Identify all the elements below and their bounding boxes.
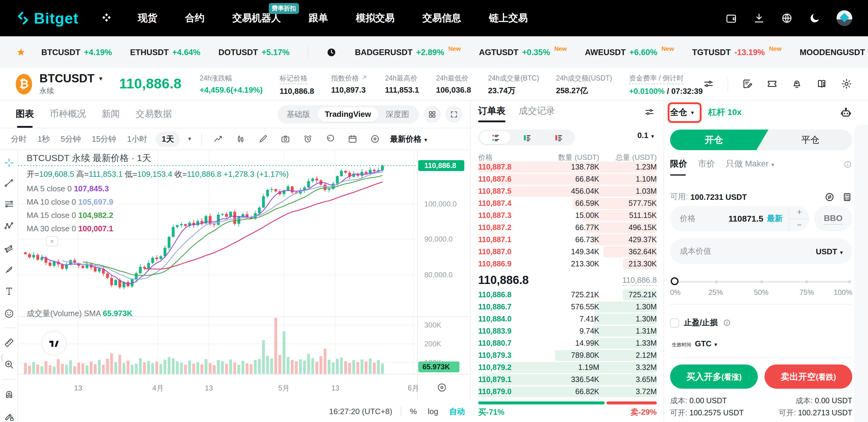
collapse-left-icon[interactable]: ⟨ [1, 354, 3, 361]
mark-price[interactable]: 110,886.8 [622, 275, 657, 285]
ask-row[interactable]: 110,887.5456.04K1.03M [478, 185, 657, 198]
slider-knob[interactable] [671, 277, 679, 285]
ticker-item[interactable]: AWEUSDT+6.60%New [585, 48, 674, 57]
bid-row[interactable]: 110,886.7576.55K1.30M [478, 301, 657, 313]
bid-row[interactable]: 110,886.8725.21K725.21K [478, 289, 657, 301]
crosshair-icon[interactable] [4, 157, 14, 168]
leverage-selector[interactable]: 杠杆 10x [708, 107, 742, 118]
ticker-item[interactable]: AGTUSDT+0.35%New [479, 48, 567, 57]
apps-diamond-icon[interactable] [100, 12, 113, 24]
price-type-selector[interactable]: 最新价格▼ [390, 133, 428, 144]
chart-tab-0[interactable]: 图表 [16, 109, 34, 120]
price-value[interactable]: 110871.5 [728, 214, 763, 223]
order-type-market[interactable]: 市价 [698, 159, 715, 170]
interval-2[interactable]: 5分钟 [61, 133, 81, 144]
ask-row[interactable]: 110,887.266.77K496.15K [478, 221, 657, 234]
view-asks-button[interactable] [543, 131, 573, 144]
price-input[interactable]: 价格 110871.5 最新 ＋ − [670, 206, 809, 231]
nav-item-5[interactable]: 交易信息 [423, 12, 461, 25]
wallet-icon[interactable] [725, 12, 737, 24]
globe-icon[interactable] [781, 12, 793, 24]
buy-open-long-button[interactable]: 买入开多(看涨) [670, 364, 758, 389]
camera-icon[interactable] [281, 134, 291, 144]
draw-lock-icon[interactable] [4, 411, 14, 422]
mode-0[interactable]: 基础版 [279, 107, 317, 121]
undo-icon[interactable] [326, 134, 336, 144]
orderbook-tab-0[interactable]: 订单表 [478, 106, 505, 117]
bid-row[interactable]: 110,879.21.19M3.32M [478, 361, 657, 373]
auto-scale-toggle[interactable]: 自动 [449, 406, 465, 417]
orderbook-tab-1[interactable]: 成交记录 [519, 106, 555, 117]
chart-tab-1[interactable]: 币种概况 [50, 109, 86, 120]
add-circle-icon[interactable] [370, 134, 380, 144]
nav-item-4[interactable]: 模拟交易 [356, 12, 395, 25]
bbo-button[interactable]: BBO [814, 206, 852, 231]
tpsl-checkbox[interactable] [670, 318, 679, 327]
ticker-item[interactable]: ETHUSDT+4.64% [130, 48, 200, 57]
mode-2[interactable]: 深度图 [378, 107, 416, 121]
stepper-plus[interactable]: ＋ [789, 206, 809, 219]
horizontal-lines-icon[interactable] [4, 199, 14, 210]
nav-item-6[interactable]: 链上交易 [489, 12, 528, 25]
trend-line-icon[interactable] [4, 177, 14, 188]
bid-row[interactable]: 110,879.1336.54K3.65M [478, 373, 657, 386]
zoom-in-icon[interactable] [4, 359, 14, 370]
ticket-icon[interactable] [766, 78, 778, 90]
edit-pencil-icon[interactable] [258, 134, 269, 144]
avatar[interactable] [837, 10, 852, 26]
line-chart-icon[interactable] [213, 134, 224, 144]
nav-item-0[interactable]: 现货 [138, 12, 157, 25]
ask-row[interactable]: 110,887.0149.34K362.64K [478, 246, 657, 258]
nav-item-2[interactable]: 交易机器人费率折扣 [232, 12, 281, 25]
guide-book-icon[interactable] [816, 78, 828, 90]
log-scale-toggle[interactable]: log [428, 407, 438, 416]
calculator-icon[interactable] [842, 192, 852, 202]
time-in-force-row[interactable]: 生效时间GTC▼ [670, 339, 718, 348]
amount-input[interactable]: 成本价值 USDT▼ [670, 239, 852, 264]
bid-row[interactable]: 110,879.066.82K3.72M [478, 386, 657, 398]
interval-dropdown-icon[interactable]: ▼ [187, 136, 192, 142]
bid-row[interactable]: 110,883.99.74K1.31M [478, 325, 657, 337]
tab-open-position[interactable]: 开仓 [670, 129, 768, 150]
fullscreen-button[interactable] [445, 106, 462, 123]
orderbook-settings-icon[interactable] [644, 107, 655, 117]
download-icon[interactable] [753, 12, 765, 24]
layout-grid-button[interactable] [424, 106, 441, 123]
share-arrow-icon[interactable] [361, 73, 368, 81]
brush-icon[interactable] [4, 264, 14, 275]
note-edit-icon[interactable] [742, 78, 753, 90]
stepper-minus[interactable]: − [789, 219, 809, 231]
tab-close-position[interactable]: 平仓 [768, 129, 852, 150]
interval-3[interactable]: 15分钟 [92, 133, 116, 144]
bitget-logo[interactable]: Bitget [16, 9, 79, 27]
order-type-limit[interactable]: 限价 [670, 159, 687, 170]
tune-icon[interactable] [703, 78, 714, 90]
favorites-star-icon[interactable]: ★ [17, 46, 26, 58]
latest-price-link[interactable]: 最新 [767, 213, 783, 224]
interval-4[interactable]: 1小时 [127, 133, 147, 144]
interval-0[interactable]: 分时 [11, 133, 27, 144]
ticker-item[interactable]: MOODENGUSDT+8.60% [800, 48, 868, 57]
ask-row[interactable]: 110,887.8138.78K1.23M [478, 161, 657, 173]
order-type-post-only[interactable]: 只做 Maker▼ [726, 159, 775, 170]
alarm-clock-icon[interactable] [303, 134, 313, 144]
calendar-icon[interactable] [348, 134, 358, 144]
trading-bot-icon[interactable] [840, 107, 852, 119]
precision-selector[interactable]: 0.1▼ [638, 131, 655, 140]
text-tool-icon[interactable] [4, 286, 14, 297]
view-both-button[interactable] [480, 131, 510, 144]
sell-open-short-button[interactable]: 卖出开空(看跌) [765, 364, 852, 389]
ask-row[interactable]: 110,887.666.84K1.10M [478, 173, 657, 185]
percent-scale-toggle[interactable]: % [410, 407, 417, 416]
bid-row[interactable]: 110,884.07.41K1.30M [478, 313, 657, 325]
amount-slider[interactable] [671, 277, 851, 286]
ticker-item[interactable]: BTCUSDT+4.19% [41, 48, 112, 57]
bid-row[interactable]: 110,880.714.99K1.33M [478, 337, 657, 349]
margin-mode-selector[interactable]: 全仓▼ [670, 107, 695, 118]
unit-selector[interactable]: USDT▼ [816, 247, 844, 256]
ticker-item[interactable]: TGTUSDT-13.19%New [692, 48, 781, 57]
ask-row[interactable]: 110,887.466.59K577.75K [478, 198, 657, 210]
candle-style-icon[interactable] [236, 134, 246, 144]
chart-clock[interactable]: 16:27:20 (UTC+8) [329, 407, 392, 416]
pane-collapse-button[interactable]: ˄ [46, 236, 58, 246]
